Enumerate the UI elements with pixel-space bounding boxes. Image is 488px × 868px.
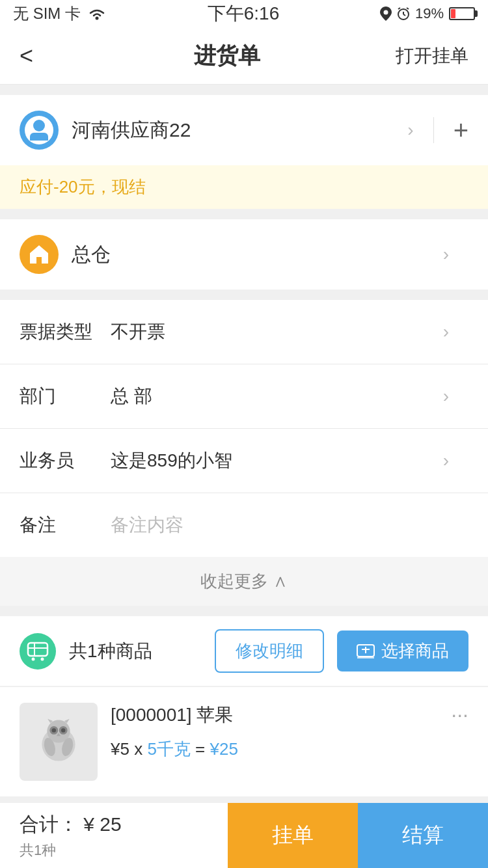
total-value: ¥ 25 [83,813,121,835]
department-row[interactable]: 部门 总 部 › [0,364,488,428]
department-chevron-icon: › [443,386,449,407]
product-thumbnail [20,703,98,781]
supplier-notice: 应付-20元，现结 [0,165,488,209]
supplier-row[interactable]: 河南供应商22 › + [0,95,488,165]
product-quantity: 5千克 [147,739,190,759]
remark-row[interactable]: 备注 备注内容 [0,493,488,557]
status-bar-left: 无 SIM 卡 [13,3,107,24]
warehouse-chevron-icon: › [443,244,449,265]
spacer-2 [0,209,488,219]
product-total: ¥25 [210,739,238,759]
product-more-button[interactable]: ··· [444,703,468,727]
supplier-avatar [20,111,59,150]
status-bar: 无 SIM 卡 下午6:16 19% [0,0,488,27]
cart-icon [27,642,49,661]
home-icon [27,243,51,266]
svg-point-1 [383,10,388,15]
product-multiply: x [134,739,147,759]
total-count: 共1种 [20,841,208,860]
ticket-type-label: 票据类型 [20,319,111,344]
svg-point-10 [32,657,35,660]
product-price: ¥5 [111,739,129,759]
warehouse-icon [20,235,59,274]
product-count-text: 共1种商品 [69,639,202,664]
warehouse-row[interactable]: 总仓 › [0,219,488,290]
edit-detail-button[interactable]: 修改明细 [215,629,324,673]
battery-icon [449,7,475,20]
spacer-4 [0,606,488,616]
svg-point-20 [52,728,56,732]
collapse-label: 收起更多 ∧ [200,570,287,593]
total-label: 合计： [20,813,78,835]
product-info: [0000001] 苹果 ¥5 x 5千克 = ¥25 [111,703,444,761]
salesman-row[interactable]: 业务员 这是859的小智 › [0,429,488,493]
bottom-total: 合计： ¥ 25 共1种 [0,803,228,868]
warehouse-section: 总仓 › [0,219,488,290]
salesman-label: 业务员 [20,448,111,473]
total-amount: 合计： ¥ 25 [20,811,208,838]
svg-point-11 [41,657,44,660]
product-toolbar: 共1种商品 修改明细 选择商品 [0,616,488,686]
open-pending-button[interactable]: 打开挂单 [396,44,468,68]
checkout-button[interactable]: 结算 [358,803,488,868]
svg-line-5 [398,8,400,9]
salesman-value: 这是859的小智 [111,448,443,473]
page-title: 进货单 [194,41,260,71]
carrier-text: 无 SIM 卡 [13,3,81,24]
remark-label: 备注 [20,513,111,537]
location-icon [380,7,392,21]
svg-line-6 [407,8,409,9]
alarm-icon [397,7,410,21]
status-bar-time: 下午6:16 [208,1,280,26]
svg-rect-7 [28,643,47,656]
svg-line-4 [403,14,405,16]
spacer-3 [0,290,488,300]
product-image [33,716,85,768]
warehouse-label: 总仓 [72,241,443,268]
svg-point-21 [61,728,65,732]
add-supplier-button[interactable]: + [454,116,468,145]
product-name: [0000001] 苹果 [111,703,444,727]
select-product-icon [357,644,375,658]
department-value: 总 部 [111,384,443,409]
select-product-label: 选择商品 [381,640,449,662]
product-count-icon [20,633,56,670]
collapse-bar[interactable]: 收起更多 ∧ [0,557,488,606]
nav-bar: < 进货单 打开挂单 [0,27,488,85]
supplier-divider [433,117,434,143]
back-button[interactable]: < [20,42,59,70]
department-label: 部门 [20,384,111,409]
product-code: [0000001] [111,705,192,725]
product-equals: = [195,739,210,759]
spacer-1 [0,85,488,95]
supplier-section: 河南供应商22 › + 应付-20元，现结 [0,95,488,209]
status-bar-right: 19% [380,5,475,22]
ticket-type-chevron-icon: › [443,321,449,342]
supplier-name: 河南供应商22 [72,117,407,144]
salesman-chevron-icon: › [443,450,449,471]
bottom-bar: 合计： ¥ 25 共1种 挂单 结算 [0,803,488,868]
product-price-row: ¥5 x 5千克 = ¥25 [111,738,444,761]
ticket-type-row[interactable]: 票据类型 不开票 › [0,300,488,364]
hang-order-button[interactable]: 挂单 [228,803,358,868]
wifi-icon [87,7,107,21]
form-section: 票据类型 不开票 › 部门 总 部 › 业务员 这是859的小智 › 备注 备注… [0,300,488,557]
ticket-type-value: 不开票 [111,319,443,344]
supplier-chevron-icon: › [407,120,413,141]
battery-percent: 19% [415,5,444,22]
page-content: 河南供应商22 › + 应付-20元，现结 总仓 › 票据类型 不开票 › [0,85,488,861]
product-item: [0000001] 苹果 ¥5 x 5千克 = ¥25 ··· [0,687,488,796]
svg-point-0 [96,17,99,20]
remark-input[interactable]: 备注内容 [111,513,468,537]
select-product-button[interactable]: 选择商品 [337,631,468,671]
